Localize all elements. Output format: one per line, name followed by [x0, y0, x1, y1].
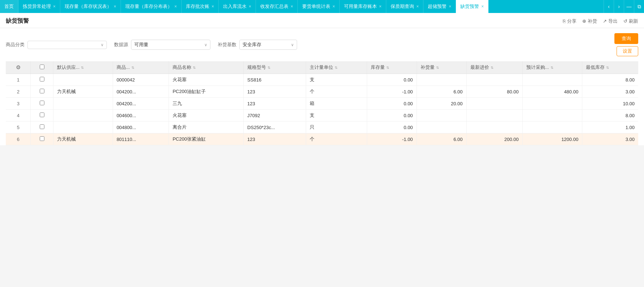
page-title: 缺货预警 — [6, 17, 563, 25]
export-label: 导出 — [608, 18, 618, 25]
tab-batch-account[interactable]: 库存批次账 × — [182, 0, 219, 13]
tab-order-stat[interactable]: 要货单统计表 × — [298, 0, 340, 13]
th-latest-price[interactable]: 最新进价 ⇅ — [466, 61, 522, 74]
th-name[interactable]: 商品名称 ⇅ — [169, 61, 244, 74]
row-checkbox[interactable] — [40, 124, 44, 129]
replenish-base-value: 安全库存 — [243, 41, 261, 48]
table-row[interactable]: 3 004200... 三九 123 箱 0.00 20.00 10.00 — [6, 98, 638, 110]
tab-shortage-warn[interactable]: 缺货预警 × — [456, 0, 488, 13]
cell-stock: -1.00 — [367, 133, 417, 145]
tab-abnormal[interactable]: 拣货异常处理 × — [18, 0, 60, 13]
tab-close-icon[interactable]: × — [481, 4, 484, 9]
cell-unit: 只 — [306, 122, 367, 133]
gear-icon[interactable]: ⚙ — [16, 64, 21, 71]
th-spec[interactable]: 规格型号 ⇅ — [244, 61, 306, 74]
chevron-down-icon: ∨ — [204, 43, 207, 47]
tab-close-icon[interactable]: × — [114, 4, 116, 9]
tab-close-icon[interactable]: × — [416, 4, 419, 9]
data-table-wrapper: ⚙ 默认供应... ⇅ 商品... — [0, 61, 644, 145]
tab-close-icon[interactable]: × — [291, 4, 293, 9]
th-min-stock[interactable]: 最低库存 ⇅ — [582, 61, 638, 74]
tab-inout-flow[interactable]: 出入库流水 × — [219, 0, 256, 13]
tab-next-button[interactable]: › — [614, 0, 624, 13]
cell-index: 4 — [6, 110, 31, 122]
table-row[interactable]: 6 力天机械 801110... PC200张紧油缸 123 个 -1.00 6… — [6, 133, 638, 145]
category-select[interactable]: ∨ — [27, 41, 107, 49]
th-code[interactable]: 商品... ⇅ — [113, 61, 169, 74]
cell-replenish — [417, 122, 466, 133]
cell-code: 0000042 — [113, 74, 169, 86]
table-header-row: ⚙ 默认供应... ⇅ 商品... — [6, 61, 638, 74]
replenish-button[interactable]: ⊕ 补货 — [582, 18, 597, 25]
replenish-label: 补货 — [588, 18, 597, 25]
refresh-label: 刷新 — [629, 18, 638, 25]
tab-restore-button[interactable]: ⧉ — [634, 0, 644, 13]
row-checkbox[interactable] — [40, 77, 44, 81]
settings-button[interactable]: 设置 — [617, 46, 638, 56]
cell-checkbox[interactable] — [31, 74, 53, 86]
tab-label: 拣货异常处理 — [23, 3, 51, 10]
export-icon: ↗ — [603, 18, 607, 24]
tab-collect-summary[interactable]: 收发存汇总表 × — [256, 0, 298, 13]
cell-supplier — [53, 110, 113, 122]
cell-supplier — [53, 122, 113, 133]
row-checkbox[interactable] — [40, 89, 44, 93]
query-button[interactable]: 查询 — [614, 33, 638, 44]
cell-checkbox[interactable] — [31, 122, 53, 133]
cell-replenish: 20.00 — [417, 98, 466, 110]
share-button[interactable]: ⎘ 分享 — [563, 18, 576, 25]
table-row[interactable]: 1 0000042 火花塞 SS816 支 0.00 8.00 — [6, 74, 638, 86]
tab-close-icon[interactable]: × — [379, 4, 382, 9]
th-stock[interactable]: 库存量 ⇅ — [367, 61, 417, 74]
select-all-checkbox[interactable] — [40, 65, 44, 69]
cell-est-purchase — [522, 122, 582, 133]
cell-checkbox[interactable] — [31, 86, 53, 98]
cell-name: PC200油缸缸子 — [169, 86, 244, 98]
datasource-select[interactable]: 可用量 ∨ — [131, 40, 210, 50]
tab-home[interactable]: 首页 — [0, 0, 18, 13]
tab-expiry-query[interactable]: 保质期查询 × — [386, 0, 423, 13]
cell-latest-price — [466, 74, 522, 86]
row-checkbox[interactable] — [40, 136, 44, 141]
th-unit[interactable]: 主计量单位 ⇅ — [306, 61, 367, 74]
tab-prev-button[interactable]: ‹ — [604, 0, 614, 13]
tab-close-icon[interactable]: × — [212, 4, 214, 9]
tab-bar: 首页 拣货异常处理 × 现存量（库存状况表） × 现存量（库存分布表） × 库存… — [0, 0, 644, 13]
cell-checkbox[interactable] — [31, 110, 53, 122]
tab-stock-dist[interactable]: 现存量（库存分布表） × — [121, 0, 182, 13]
tab-avail-ledger[interactable]: 可用量库存账本 × — [340, 0, 386, 13]
cell-stock: 0.00 — [367, 122, 417, 133]
refresh-button[interactable]: ↺ 刷新 — [623, 18, 638, 25]
data-table: ⚙ 默认供应... ⇅ 商品... — [6, 61, 638, 145]
tab-stock-status[interactable]: 现存量（库存状况表） × — [60, 0, 121, 13]
tab-close-icon[interactable]: × — [449, 4, 451, 9]
table-row[interactable]: 2 力天机械 004200... PC200油缸缸子 123 个 -1.00 6… — [6, 86, 638, 98]
th-settings[interactable]: ⚙ — [6, 61, 31, 74]
row-checkbox[interactable] — [40, 112, 44, 117]
th-est-purchase[interactable]: 预计采购... ⇅ — [522, 61, 582, 74]
replenish-base-select[interactable]: 安全库存 ∨ — [239, 40, 297, 50]
tab-close-icon[interactable]: × — [53, 4, 56, 9]
row-checkbox[interactable] — [40, 101, 44, 105]
table-row[interactable]: 4 004600... 火花塞 J7092 支 0.00 8.00 — [6, 110, 638, 122]
cell-replenish: 6.00 — [417, 133, 466, 145]
share-label: 分享 — [567, 18, 576, 25]
tab-label: 保质期查询 — [391, 3, 414, 10]
sort-icon: ⇅ — [491, 66, 493, 70]
th-stock-label: 库存量 — [371, 64, 385, 71]
table-row[interactable]: 5 004800... 离合片 DS250*23c... 只 0.00 1.00 — [6, 122, 638, 133]
cell-checkbox[interactable] — [31, 98, 53, 110]
tab-close-icon[interactable]: × — [174, 4, 177, 9]
cell-checkbox[interactable] — [31, 133, 53, 145]
export-button[interactable]: ↗ 导出 — [603, 18, 618, 25]
tab-minimize-button[interactable]: — — [624, 0, 634, 13]
tab-label: 超储预警 — [428, 3, 447, 10]
cell-supplier — [53, 74, 113, 86]
cell-spec: DS250*23c... — [244, 122, 306, 133]
th-supplier[interactable]: 默认供应... ⇅ — [53, 61, 113, 74]
th-replenish[interactable]: 补货量 ⇅ — [417, 61, 466, 74]
tab-close-icon[interactable]: × — [332, 4, 335, 9]
tab-close-icon[interactable]: × — [249, 4, 251, 9]
cell-index: 3 — [6, 98, 31, 110]
tab-overstock-warn[interactable]: 超储预警 × — [423, 0, 456, 13]
